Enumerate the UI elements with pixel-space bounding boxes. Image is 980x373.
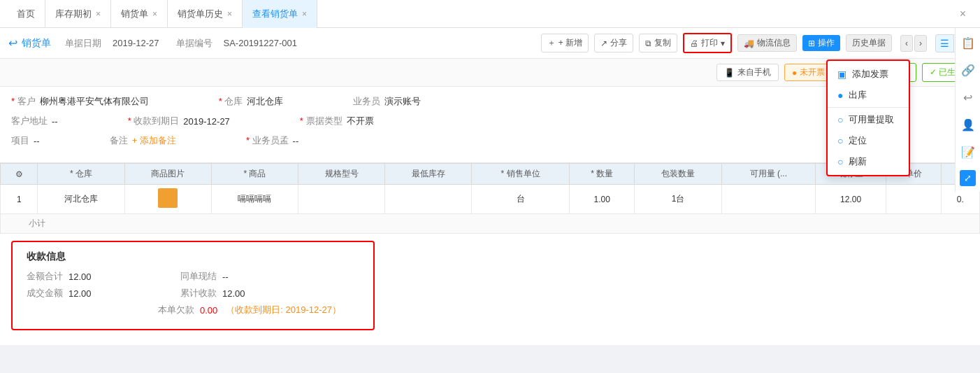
cumulative-payment-label: 累计收款	[180, 287, 217, 300]
doc-date-label: 单据日期	[65, 37, 101, 50]
col-spec: 规格型号	[298, 164, 385, 185]
same-order-settle-value: --	[222, 272, 229, 282]
ops-grid-icon: ⊞	[808, 38, 815, 48]
close-all-button[interactable]: ×	[953, 8, 973, 20]
list-view-button[interactable]: ☰	[935, 34, 954, 52]
prev-button[interactable]: ‹	[900, 35, 913, 52]
share-button[interactable]: ↗ 分享	[594, 34, 633, 52]
col-image: 商品图片	[124, 164, 211, 185]
refresh-item[interactable]: ○ 刷新	[828, 151, 909, 172]
available-qty-item[interactable]: ○ 可用量提取	[828, 109, 909, 130]
row-warehouse: 河北仓库	[38, 185, 124, 214]
sidebar-icon-undo[interactable]: ↩	[960, 88, 975, 107]
logistics-button[interactable]: 🚚 物流信息	[737, 34, 797, 52]
staff-field: 业务员 演示账号	[353, 95, 421, 108]
out-warehouse-item[interactable]: ● 出库	[828, 85, 909, 106]
available-qty-icon: ○	[837, 114, 843, 125]
tab-sales-history[interactable]: 销货单历史 ×	[168, 0, 243, 28]
tab-sales-order[interactable]: 销货单 ×	[111, 0, 168, 28]
operations-tab[interactable]: ⊞ 操作	[802, 35, 840, 51]
tab-home[interactable]: 首页	[7, 0, 45, 28]
tab-inventory-init-close[interactable]: ×	[96, 9, 101, 19]
sidebar-icon-link[interactable]: 🔗	[958, 61, 978, 80]
history-button[interactable]: 历史单据	[846, 34, 892, 52]
copy-button[interactable]: ⧉ 复制	[639, 34, 677, 52]
address-label: 客户地址	[11, 115, 48, 127]
row-unit: 台	[472, 185, 569, 214]
from-mobile-button[interactable]: 📱 来自手机	[716, 64, 779, 81]
mobile-icon: 📱	[724, 68, 735, 78]
row-min-stock	[385, 185, 472, 214]
next-button[interactable]: ›	[914, 35, 927, 52]
home-tab-label: 首页	[17, 8, 35, 20]
address-field: 客户地址 --	[11, 115, 58, 127]
not-open-icon: ●	[792, 68, 797, 78]
add-invoice-icon: ▣	[837, 69, 846, 80]
not-open-label: 未开票	[800, 66, 825, 78]
not-open-ticket-button[interactable]: ● 未开票	[784, 64, 833, 81]
same-order-settle-field: 同单现结 --	[180, 270, 306, 283]
add-button[interactable]: ＋ + 新增	[541, 34, 589, 52]
doc-header: ↩ 销货单 单据日期 2019-12-27 单据编号 SA-20191227-0…	[0, 28, 980, 59]
subtotal-row: 小计	[1, 214, 980, 234]
tab-sales-history-close[interactable]: ×	[227, 9, 232, 19]
tab-view-sales-close[interactable]: ×	[302, 9, 307, 19]
col-min-stock: 最低库存	[385, 164, 472, 185]
tab-inventory-init-label: 库存期初	[55, 8, 92, 20]
same-order-settle-label: 同单现结	[180, 270, 217, 283]
tab-sales-order-close[interactable]: ×	[152, 9, 157, 19]
locate-icon: ○	[837, 135, 843, 146]
tab-inventory-init[interactable]: 库存期初 ×	[45, 0, 111, 28]
customer-value: 柳州粤港平安气体有限公司	[40, 95, 149, 108]
out-warehouse-label: 出库	[849, 89, 867, 101]
form-row-1: 客户 柳州粤港平安气体有限公司 仓库 河北仓库 业务员 演示账号	[11, 95, 969, 108]
bottom-section: 收款信息 金额合计 12.00 同单现结 -- 成交金额 12.00	[0, 234, 980, 337]
from-mobile-label: 来自手机	[737, 66, 771, 78]
add-invoice-item[interactable]: ▣ 添加发票	[828, 64, 909, 85]
doc-title: ↩ 销货单	[8, 36, 51, 50]
row-quantity: 1.00	[569, 185, 635, 214]
tab-sales-order-label: 销货单	[121, 8, 148, 20]
sales-staff-label: 业务员孟	[246, 134, 289, 147]
current-arrears-field: 本单欠款 0.00 （收款到期日: 2019-12-27）	[158, 304, 341, 316]
print-label: 打印	[701, 37, 718, 49]
staff-value: 演示账号	[384, 95, 421, 108]
subtotal-label: 小计	[1, 214, 980, 234]
share-icon: ↗	[600, 38, 607, 48]
row-product: 嗝嗝嗝嗝	[211, 185, 298, 214]
cumulative-payment-value: 12.00	[222, 288, 245, 299]
col-product: * 商品	[211, 164, 298, 185]
payment-info-title: 收款信息	[27, 251, 359, 263]
ticket-type-field: 票据类型 不开票	[300, 115, 374, 127]
sidebar-icon-user[interactable]: 👤	[958, 115, 978, 134]
doc-date-value: 2019-12-27	[113, 38, 159, 48]
row-stock: 12.00	[816, 185, 886, 214]
customer-label: 客户	[11, 95, 36, 108]
refresh-icon: ○	[837, 156, 843, 167]
col-available: 可用量 (...	[721, 164, 815, 185]
operations-dropdown: ▣ 添加发票 ● 出库 ○ 可用量提取 ○ 定位 ○ 刷新	[826, 59, 910, 176]
share-label: 分享	[610, 37, 627, 49]
sidebar-icon-expand[interactable]: ⤢	[960, 170, 976, 186]
logistics-icon: 🚚	[744, 38, 754, 48]
col-pack-qty: 包装数量	[635, 164, 721, 185]
col-unit: * 销售单位	[472, 164, 569, 185]
payment-date-label: 收款到期日	[128, 115, 180, 127]
add-icon: ＋	[547, 37, 556, 49]
sidebar-icon-clipboard[interactable]: 📋	[958, 34, 978, 52]
tab-view-sales[interactable]: 查看销货单 ×	[243, 0, 317, 28]
row-index: 1	[1, 185, 38, 214]
doc-number-label: 单据编号	[176, 37, 212, 50]
sidebar-icon-note[interactable]: 📝	[958, 143, 978, 162]
ticket-type-value: 不开票	[347, 115, 374, 127]
total-amount-label: 金额合计	[27, 270, 63, 283]
print-icon: 🖨	[690, 38, 698, 48]
payment-info-row-2: 成交金额 12.00 累计收款 12.00	[27, 287, 359, 300]
address-value: --	[52, 116, 58, 127]
locate-item[interactable]: ○ 定位	[828, 130, 909, 151]
print-button[interactable]: 🖨 打印 ▾	[683, 33, 732, 53]
add-note-button[interactable]: 添加备注	[132, 134, 176, 147]
copy-label: 复制	[654, 37, 671, 49]
refresh-label: 刷新	[849, 155, 867, 168]
form-row-2: 客户地址 -- 收款到期日 2019-12-27 票据类型 不开票	[11, 115, 969, 127]
